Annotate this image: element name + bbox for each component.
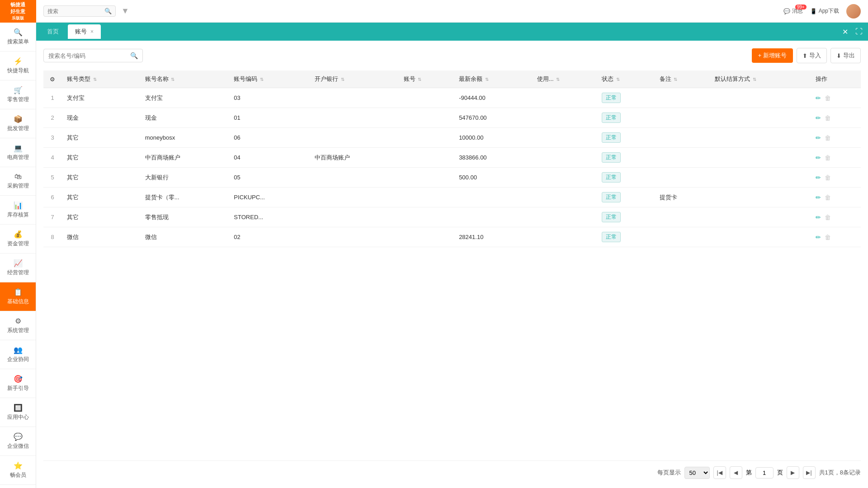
th-settings[interactable]: ⚙ bbox=[43, 70, 61, 88]
topbar-msg[interactable]: 💬 消息 99+ bbox=[783, 7, 803, 15]
app-download-label: App下载 bbox=[819, 7, 839, 15]
cell-type-5: 其它 bbox=[61, 188, 140, 207]
th-account[interactable]: 账号 ⇅ bbox=[398, 70, 454, 88]
th-bank[interactable]: 开户银行 ⇅ bbox=[309, 70, 398, 88]
status-badge-4: 正常 bbox=[602, 172, 621, 183]
action-btns-2: ✏ 🗑 bbox=[816, 134, 855, 141]
export-icon: ⬇ bbox=[836, 52, 841, 59]
cell-code-1: 01 bbox=[228, 108, 309, 128]
edit-btn-2[interactable]: ✏ bbox=[816, 134, 821, 141]
cell-status-1: 正常 bbox=[596, 108, 654, 128]
topbar-dropdown-icon[interactable]: ▼ bbox=[121, 6, 129, 16]
th-remark[interactable]: 备注 ⇅ bbox=[654, 70, 710, 88]
topbar-app-download[interactable]: 📱 App下载 bbox=[810, 7, 839, 15]
sidebar-item-3[interactable]: 📦批发管理 bbox=[0, 109, 36, 138]
edit-btn-4[interactable]: ✏ bbox=[816, 174, 821, 181]
sidebar-item-13[interactable]: 🔲应用中心 bbox=[0, 398, 36, 427]
delete-btn-3[interactable]: 🗑 bbox=[825, 154, 831, 161]
sidebar-icon-6: 📊 bbox=[14, 201, 23, 210]
edit-btn-1[interactable]: ✏ bbox=[816, 114, 821, 122]
th-usage[interactable]: 使用... ⇅ bbox=[532, 70, 597, 88]
sidebar-label-1: 快捷导航 bbox=[7, 67, 29, 75]
cell-settlement-1 bbox=[709, 108, 810, 128]
cell-type-6: 其它 bbox=[61, 207, 140, 227]
tab-account[interactable]: 账号 × bbox=[68, 24, 101, 39]
sidebar-label-8: 经营管理 bbox=[7, 269, 29, 277]
th-settlement[interactable]: 默认结算方式 ⇅ bbox=[709, 70, 810, 88]
sidebar-label-15: 畅会员 bbox=[10, 471, 26, 479]
sidebar-icon-0: 🔍 bbox=[14, 28, 23, 37]
th-type[interactable]: 账号类型 ⇅ bbox=[61, 70, 140, 88]
sidebar-item-5[interactable]: 🛍采购管理 bbox=[0, 167, 36, 196]
cell-usage-4 bbox=[532, 168, 597, 188]
delete-btn-6[interactable]: 🗑 bbox=[825, 214, 831, 221]
sidebar-item-15[interactable]: ⭐畅会员 bbox=[0, 456, 36, 485]
sidebar-item-11[interactable]: 👥企业协同 bbox=[0, 340, 36, 369]
sidebar-icon-3: 📦 bbox=[14, 115, 23, 123]
cell-status-6: 正常 bbox=[596, 207, 654, 227]
th-status[interactable]: 状态 ⇅ bbox=[596, 70, 654, 88]
action-btns-3: ✏ 🗑 bbox=[816, 154, 855, 161]
status-badge-7: 正常 bbox=[602, 232, 621, 242]
next-page-btn[interactable]: ▶ bbox=[787, 466, 799, 479]
sidebar-label-0: 搜索菜单 bbox=[7, 38, 29, 46]
sidebar-item-2[interactable]: 🛒零售管理 bbox=[0, 80, 36, 109]
last-page-btn[interactable]: ▶| bbox=[803, 466, 816, 479]
delete-btn-0[interactable]: 🗑 bbox=[825, 94, 831, 102]
page-total: 共1页，8条记录 bbox=[819, 469, 861, 477]
action-btns-5: ✏ 🗑 bbox=[816, 194, 855, 201]
delete-btn-5[interactable]: 🗑 bbox=[825, 194, 831, 201]
msg-badge: 99+ bbox=[795, 5, 807, 9]
per-page-label: 每页显示 bbox=[657, 469, 681, 477]
table-row: 3 其它 moneybosx 06 10000.00 正常 ✏ 🗑 bbox=[43, 128, 861, 148]
sidebar-item-1[interactable]: ⚡快捷导航 bbox=[0, 52, 36, 80]
edit-btn-0[interactable]: ✏ bbox=[816, 94, 821, 102]
table-row: 6 其它 提货卡（零... PICKUPC... 正常 提货卡 ✏ 🗑 bbox=[43, 188, 861, 207]
th-code[interactable]: 账号编码 ⇅ bbox=[228, 70, 309, 88]
account-search-box[interactable]: 🔍 bbox=[43, 49, 143, 62]
account-search-input[interactable] bbox=[48, 52, 127, 59]
per-page-select[interactable]: 50 100 200 bbox=[684, 467, 710, 479]
delete-btn-7[interactable]: 🗑 bbox=[825, 234, 831, 241]
page-input[interactable] bbox=[755, 467, 774, 479]
sidebar-item-7[interactable]: 💰资金管理 bbox=[0, 225, 36, 253]
import-button[interactable]: ⬆ 导入 bbox=[797, 48, 827, 63]
table-row: 7 其它 零售抵现 STORED... 正常 ✏ 🗑 bbox=[43, 207, 861, 227]
delete-btn-2[interactable]: 🗑 bbox=[825, 134, 831, 141]
edit-btn-6[interactable]: ✏ bbox=[816, 214, 821, 221]
tab-close-all-icon[interactable]: ✕ bbox=[840, 26, 850, 38]
th-balance[interactable]: 最新余额 ⇅ bbox=[453, 70, 532, 88]
delete-btn-4[interactable]: 🗑 bbox=[825, 174, 831, 181]
delete-btn-1[interactable]: 🗑 bbox=[825, 114, 831, 122]
cell-num-1: 2 bbox=[43, 108, 61, 128]
sidebar-item-14[interactable]: 💬企业微信 bbox=[0, 427, 36, 456]
sidebar-item-12[interactable]: 🎯新手引导 bbox=[0, 369, 36, 398]
topbar-search-input[interactable] bbox=[47, 8, 102, 14]
user-avatar[interactable] bbox=[846, 4, 861, 19]
edit-btn-3[interactable]: ✏ bbox=[816, 154, 821, 161]
cell-account-3 bbox=[398, 148, 454, 168]
cell-usage-3 bbox=[532, 148, 597, 168]
th-name[interactable]: 账号名称 ⇅ bbox=[140, 70, 229, 88]
topbar-search[interactable]: 🔍 bbox=[43, 5, 116, 17]
sidebar-label-5: 采购管理 bbox=[7, 182, 29, 190]
sidebar-item-8[interactable]: 📈经营管理 bbox=[0, 253, 36, 282]
tab-home[interactable]: 首页 bbox=[40, 24, 66, 39]
sidebar-item-6[interactable]: 📊库存核算 bbox=[0, 196, 36, 225]
add-account-button[interactable]: + 新增账号 bbox=[752, 48, 793, 63]
sidebar-item-4[interactable]: 💻电商管理 bbox=[0, 138, 36, 167]
first-page-btn[interactable]: |◀ bbox=[713, 466, 726, 479]
sidebar-item-9[interactable]: 📋基础信息 bbox=[0, 282, 36, 311]
export-button[interactable]: ⬇ 导出 bbox=[830, 48, 861, 63]
sidebar-item-10[interactable]: ⚙系统管理 bbox=[0, 311, 36, 340]
sidebar-label-7: 资金管理 bbox=[7, 240, 29, 248]
tab-close-icon[interactable]: × bbox=[90, 28, 94, 35]
prev-page-btn[interactable]: ◀ bbox=[730, 466, 742, 479]
table-row: 4 其它 中百商场账户 04 中百商场账户 383866.00 正常 ✏ 🗑 bbox=[43, 148, 861, 168]
tab-fullscreen-icon[interactable]: ⛶ bbox=[854, 26, 864, 38]
edit-btn-7[interactable]: ✏ bbox=[816, 234, 821, 241]
edit-btn-5[interactable]: ✏ bbox=[816, 194, 821, 201]
tab-account-label: 账号 bbox=[75, 28, 87, 36]
sidebar-item-0[interactable]: 🔍搜索菜单 bbox=[0, 23, 36, 52]
cell-code-2: 06 bbox=[228, 128, 309, 148]
